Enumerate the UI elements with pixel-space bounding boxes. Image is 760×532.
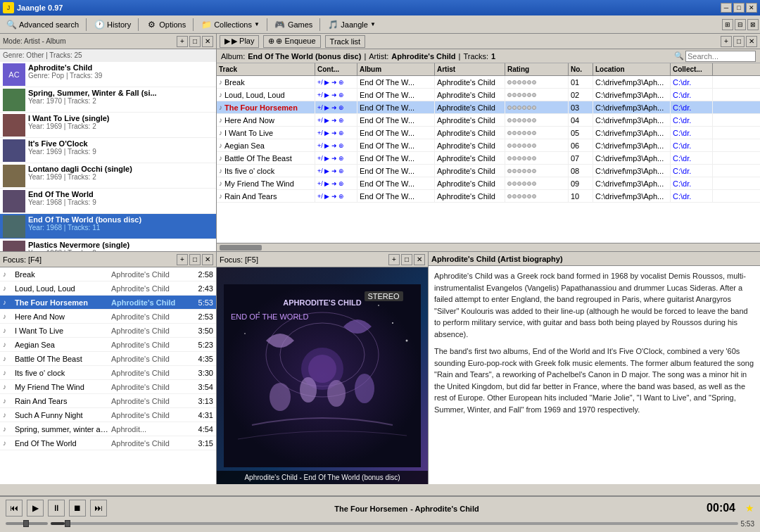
focus-panel-icons[interactable]: + □ ✕ [177, 254, 213, 265]
menu-options[interactable]: ⚙ Options [141, 17, 190, 32]
prev-button[interactable]: ⏮ [6, 500, 23, 517]
td-rating-6 [505, 139, 569, 152]
track-row[interactable]: ♪ Rain And Tears +/ ▶ ➜ ⊕ End Of The W..… [217, 190, 760, 203]
td-rating-9 [505, 177, 569, 190]
td-cont-4: +/ ▶ ➜ ⊕ [315, 114, 357, 127]
td-cont-2: +/ ▶ ➜ ⊕ [315, 89, 357, 101]
title-bar-buttons[interactable]: ─ □ ✕ [721, 3, 757, 13]
track-row[interactable]: ♪ Aegian Sea +/ ▶ ➜ ⊕ End Of The W... Ap… [217, 139, 760, 152]
menu-jaangle[interactable]: 🎵 Jaangle ▼ [323, 17, 379, 32]
next-button[interactable]: ⏭ [90, 500, 107, 517]
list-item-spring[interactable]: Spring, Summer, Winter & Fall (si... Yea… [0, 87, 216, 113]
td-loc-3: C:\drivef\mp3\Aph... [593, 101, 671, 114]
tracklist-button[interactable]: Track list [325, 35, 366, 48]
td-loc-9: C:\drivef\mp3\Aph... [593, 177, 671, 190]
focus-row-battle[interactable]: ♪ Battle Of The Beast Aphrodite's Child … [0, 352, 216, 366]
th-collect[interactable]: Collect... [671, 63, 713, 76]
menu-games[interactable]: 🎮 Games [270, 17, 317, 32]
minimize-button[interactable]: ─ [721, 3, 732, 13]
volume-handle[interactable] [23, 520, 29, 527]
list-item-plastics[interactable]: Plastics Nevermore (single) Year: 1968 |… [0, 239, 216, 251]
focus-row-funny[interactable]: ♪ Such A Funny Night Aphrodite's Child 4… [0, 408, 216, 422]
album-add-icon[interactable]: + [388, 254, 400, 265]
track-view-icon[interactable]: □ [733, 36, 745, 47]
focus-row-break[interactable]: ♪ Break Aphrodite's Child 2:58 [0, 267, 216, 281]
menu-separator-1 [86, 18, 87, 31]
focus-row-horsemen[interactable]: ♪ The Four Horsemen Aphrodite's Child 5:… [0, 296, 216, 310]
view-icon-2[interactable]: ⊟ [735, 19, 746, 30]
th-cont[interactable]: Cont... [315, 63, 357, 76]
play-pause-button[interactable]: ▶ [27, 500, 44, 517]
album-panel-icons[interactable]: + □ ✕ [388, 254, 425, 265]
list-item-end[interactable]: End Of The World Year: 1968 | Tracks: 9 [0, 189, 216, 214]
h-scrollbar[interactable] [217, 243, 760, 251]
pause-button[interactable]: ⏸ [48, 500, 65, 517]
plastics-sub: Year: 1968 | Tracks: 2 [28, 249, 213, 251]
close-panel-icon[interactable]: ✕ [202, 36, 213, 47]
maximize-button[interactable]: □ [733, 3, 745, 13]
track-row[interactable]: ♪ Break +/ ▶ ➜ ⊕ End Of The W... Aphrodi… [217, 76, 760, 89]
left-panel-header-icons[interactable]: + □ ✕ [177, 36, 213, 47]
menu-collections[interactable]: 📁 Collections ▼ [196, 17, 264, 32]
track-row[interactable]: ♪ Loud, Loud, Loud +/ ▶ ➜ ⊕ End Of The W… [217, 89, 760, 101]
track-row[interactable]: ♪ Here And Now +/ ▶ ➜ ⊕ End Of The W... … [217, 114, 760, 127]
focus-row-spring[interactable]: ♪ Spring, summer, winter and fall Aphrod… [0, 422, 216, 436]
focus-row-rain[interactable]: ♪ Rain And Tears Aphrodite's Child 3:13 [0, 394, 216, 408]
focus-row-endworld[interactable]: ♪ End Of The World Aphrodite's Child 3:1… [0, 436, 216, 450]
album-view-icon[interactable]: □ [401, 254, 412, 265]
enqueue-button[interactable]: ⊕ ⊕ Enqueue [263, 35, 320, 48]
view-icon-1[interactable]: ⊞ [722, 19, 733, 30]
focus-title-myfriend: My Friend The Wind [15, 383, 111, 391]
play-button[interactable]: ▶ ▶ Play [220, 35, 259, 48]
th-artist[interactable]: Artist [435, 63, 505, 76]
star-rating-button[interactable]: ★ [745, 502, 754, 514]
track-toolbar: ▶ ▶ Play ⊕ ⊕ Enqueue Track list + □ ✕ [217, 34, 760, 49]
focus-close-icon[interactable]: ✕ [202, 254, 213, 265]
track-add-icon[interactable]: + [721, 36, 732, 47]
list-item-aphrodite[interactable]: AC Aphrodite's Child Genre: Pop | Tracks… [0, 62, 216, 87]
stop-button[interactable]: ⏹ [69, 500, 86, 517]
th-rating[interactable]: Rating [505, 63, 569, 76]
progress-track[interactable] [51, 522, 738, 525]
menu-advanced-search[interactable]: 🔍 Advanced search [1, 17, 83, 32]
view-icon[interactable]: □ [189, 36, 201, 47]
td-album-7: End Of The W... [357, 152, 435, 165]
th-no[interactable]: No. [569, 63, 593, 76]
album-close-icon[interactable]: ✕ [414, 254, 425, 265]
close-button[interactable]: ✕ [746, 3, 757, 13]
list-item-iwant[interactable]: I Want To Live (single) Year: 1969 | Tra… [0, 113, 216, 138]
td-cont-3: +/ ▶ ➜ ⊕ [315, 101, 357, 114]
th-album[interactable]: Album [357, 63, 435, 76]
progress-handle[interactable] [65, 520, 70, 527]
track-close-icon[interactable]: ✕ [746, 36, 757, 47]
focus-row-here[interactable]: ♪ Here And Now Aphrodite's Child 2:53 [0, 310, 216, 324]
add-icon[interactable]: + [177, 36, 188, 47]
list-item-five[interactable]: It's Five O'Clock Year: 1969 | Tracks: 9 [0, 138, 216, 163]
focus-row-loud[interactable]: ♪ Loud, Loud, Loud Aphrodite's Child 2:4… [0, 281, 216, 296]
th-track[interactable]: Track [217, 63, 315, 76]
view-icon-3[interactable]: ⊠ [747, 19, 759, 30]
track-row[interactable]: ♪ I Want To Live +/ ▶ ➜ ⊕ End Of The W..… [217, 127, 760, 139]
list-item-genre[interactable]: Genre: Other | Tracks: 25 [0, 49, 216, 62]
track-row[interactable]: ♪ My Friend The Wind +/ ▶ ➜ ⊕ End Of The… [217, 177, 760, 190]
focus-row-iwant[interactable]: ♪ I Want To Live Aphrodite's Child 3:50 [0, 324, 216, 338]
focus-view-icon[interactable]: □ [189, 254, 201, 265]
track-row[interactable]: ♪ Battle Of The Beast +/ ▶ ➜ ⊕ End Of Th… [217, 152, 760, 165]
focus-row-myfriend[interactable]: ♪ My Friend The Wind Aphrodite's Child 3… [0, 380, 216, 394]
list-item-lontano[interactable]: Lontano dagli Occhi (single) Year: 1969 … [0, 163, 216, 189]
svg-point-18 [300, 377, 317, 403]
track-row[interactable]: ♪ Its five o' clock +/ ▶ ➜ ⊕ End Of The … [217, 165, 760, 177]
track-panel-icons[interactable]: + □ ✕ [721, 36, 757, 47]
td-col-2: C:\dr. [671, 89, 713, 101]
focus-add-icon[interactable]: + [177, 254, 188, 265]
search-input[interactable] [685, 51, 756, 62]
th-location[interactable]: Location [593, 63, 671, 76]
menu-history[interactable]: 🕐 History [89, 17, 135, 32]
list-item-end-bonus[interactable]: End Of The World (bonus disc) Year: 1968… [0, 214, 216, 239]
focus-row-five[interactable]: ♪ Its five o' clock Aphrodite's Child 3:… [0, 366, 216, 380]
volume-slider[interactable] [6, 522, 48, 525]
focus-row-aegian[interactable]: ♪ Aegian Sea Aphrodite's Child 5:23 [0, 338, 216, 352]
td-album-9: End Of The W... [357, 177, 435, 190]
focus-artist-myfriend: Aphrodite's Child [111, 383, 189, 391]
track-row-horsemen[interactable]: ♪ The Four Horsemen +/ ▶ ➜ ⊕ End Of The … [217, 101, 760, 114]
